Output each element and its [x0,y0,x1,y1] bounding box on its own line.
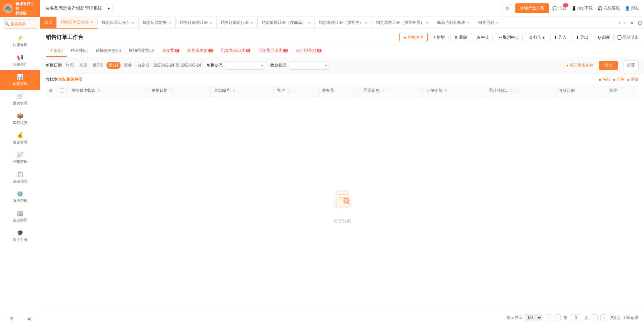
tab-sales-stats-product[interactable]: 销货单统计表（按商品） ✕ [258,17,315,29]
app-download-button[interactable]: 📱 App下载 [571,5,593,11]
sort-number-icon[interactable]: ⇅ [232,88,236,93]
sort-exception-icon[interactable]: ⇅ [382,88,385,93]
date-today[interactable]: 今天 [77,62,89,69]
sidebar-item-marketing[interactable]: 📢 营销推广 [0,51,40,70]
refresh-button[interactable]: ↻ 刷新 [594,33,614,42]
next-page-button[interactable]: › [592,314,598,321]
tab-close-sales-more[interactable]: ✕ [496,21,499,25]
tab-sales-stats-staff[interactable]: 销货单统计表（按业务员） ✕ [372,17,433,29]
filter-tab-not-shipped[interactable]: 未发货0 [158,45,184,57]
sidebar-item-guide[interactable]: 🎓 新手引导 [0,226,40,246]
basic-icon: 📋 [17,171,24,177]
filter-tab-all[interactable]: 全部(0) [46,45,67,57]
tab-close-sales-stats-customer[interactable]: ✕ [365,21,368,25]
sidebar-collapse-button[interactable]: ◀ [27,316,31,321]
tab-sales-exec[interactable]: 销售订单执行表 ✕ [217,17,258,29]
abort-button[interactable]: ⊘ 中止 [473,33,493,42]
expand-conditions-button[interactable]: ▾ 展开更多条件 [566,63,594,68]
tab-next-button[interactable]: › [622,17,628,29]
tab-close-all-button[interactable]: ✕ [628,17,636,29]
first-page-button[interactable]: « [545,314,552,321]
sort-date-icon[interactable]: ⇅ [170,88,173,93]
user-menu-button[interactable]: 👤 用友 [625,5,639,11]
solution-button[interactable]: 体验行业方案 [515,3,549,13]
prev-page-button[interactable]: ‹ [555,314,561,321]
payment-select[interactable] [289,62,329,70]
system-dropdown-button[interactable]: ▾ [105,5,113,12]
delete-button[interactable]: 🗑 删除 [450,33,471,42]
tab-close-sales-workbench[interactable]: ✕ [91,21,93,24]
sort-customer-icon[interactable]: ⇅ [287,88,290,93]
tab-prev-button[interactable]: ‹ [617,17,622,29]
select-all-checkbox[interactable] [60,88,64,92]
sidebar-item-purchase[interactable]: 🛒 采购管理 [0,90,40,109]
query-button[interactable]: 查询 [599,61,618,70]
online-service-button[interactable]: 🎧 在线客服 [598,5,620,11]
tab-cash-daily[interactable]: 钱货日清工作台 ✕ [98,17,139,29]
filter-tab-overdue[interactable]: 到期未发货0 [183,45,217,57]
sidebar-item-operations[interactable]: 📈 经营管理 [0,148,40,168]
sidebar-item-enterprise[interactable]: 🏢 企业协同 [0,207,40,226]
date-custom[interactable]: 自定义 [135,62,152,69]
sidebar-item-sales[interactable]: 📊 销售管理 [0,70,40,90]
cancel-abort-button[interactable]: ↩ 取消中止 [495,33,523,42]
filter-tab-pending-review[interactable]: 待审核(0) [67,45,92,57]
tab-sales-more[interactable]: 销售毛利 ✕ [474,17,503,29]
col-number: 单据编号 ⇅ [211,85,273,96]
col-settings[interactable]: ⚙ [46,85,56,96]
sidebar-item-inventory[interactable]: 📦 库存核算 [0,109,40,129]
filter-tab-shipped-out[interactable]: 已发货已出库0 [254,45,292,57]
tab-close-sales-stats-staff[interactable]: ✕ [426,21,429,25]
tab-close-sales-stats-product[interactable]: ✕ [308,21,310,25]
unreviewed-action-button[interactable]: ● 弃审 [613,77,625,82]
per-page-select[interactable]: 10 20 50 100 [525,314,542,321]
message-button[interactable]: 💬 消息 6 [552,5,566,11]
ship-action-button[interactable]: ● 发货 [627,77,639,82]
tab-sales-workbench[interactable]: 销售订单工作台 ✕ [57,17,98,29]
sort-status-icon[interactable]: ⇅ [97,88,101,93]
filter-tab-shipped-not-out[interactable]: 已发货未出库0 [217,45,255,57]
tab-sales-stats[interactable]: 销售订单统计表 ✕ [176,17,217,29]
date-7days[interactable]: 近7天 [91,62,105,69]
tab-close-cash-daily[interactable]: ✕ [132,21,134,25]
tab-expand-button[interactable]: ⊡ [636,17,644,29]
tab-cash-reconcile[interactable]: 钱货日清对账 ✕ [139,17,176,29]
date-yesterday[interactable]: 昨天 [64,62,76,69]
export-button[interactable]: ⬇ 导出 [572,33,592,42]
import-button[interactable]: ⬆ 导入 [550,33,570,42]
col-checkbox[interactable] [56,85,68,96]
filter-tab-pending-inspect[interactable]: 待拣货验货(0) [92,45,125,57]
date-1month[interactable]: 近1月 [106,62,121,69]
tab-gross-profit[interactable]: 商品毛利分析表 ✕ [433,17,474,29]
expand-icon: ▾ [566,63,568,68]
sort-collected-icon[interactable]: ⇅ [511,88,514,93]
sidebar-settings-button[interactable]: ⚙ [9,316,14,321]
tab-close-sales-exec[interactable]: ✕ [251,21,253,25]
tab-close-gross-profit[interactable]: ✕ [467,21,470,25]
review-action-button[interactable]: ● 审核 [599,77,610,82]
page-number-input[interactable] [570,314,582,321]
print-button[interactable]: 🖨 打印 ▾ [525,33,548,42]
tab-sales-stats-customer[interactable]: 销货单统计表（按客户） ✕ [315,17,372,29]
topbar-settings-button[interactable]: ⚙ [503,4,512,13]
smart-create-button[interactable]: ★ 智能生单 [399,33,428,42]
date-more[interactable]: 更多 [122,62,134,69]
new-button[interactable]: + 新增 [430,33,448,42]
show-details-checkbox-label[interactable]: 显示明细 [617,35,639,40]
tab-close-sales-stats[interactable]: ✕ [210,21,212,25]
sort-amount-icon[interactable]: ⇅ [444,88,448,93]
tab-home[interactable]: 首页 [40,17,57,29]
search-menu-button[interactable]: 🔍 搜索菜单 [3,19,37,29]
filter-tab-wangpu[interactable]: 旺铺待发货(0) [125,45,158,57]
last-page-button[interactable]: » [600,314,607,321]
sidebar-item-finance[interactable]: 💰 资金管理 [0,129,40,148]
sidebar-item-system[interactable]: ⚙️ 系统管理 [0,187,40,207]
search-settings-button[interactable]: 设置 [623,60,639,70]
tab-close-cash-reconcile[interactable]: ✕ [169,21,171,25]
status-select[interactable] [225,62,265,70]
sidebar-item-basic[interactable]: 📋 基础信息 [0,168,40,187]
page-title: 销售订单工作台 [46,34,83,41]
show-details-checkbox[interactable] [617,35,621,40]
sidebar-item-quicknav[interactable]: ⚡ 快捷导航 [0,31,40,51]
filter-tab-not-printed[interactable]: 未打印单据0 [292,45,326,57]
